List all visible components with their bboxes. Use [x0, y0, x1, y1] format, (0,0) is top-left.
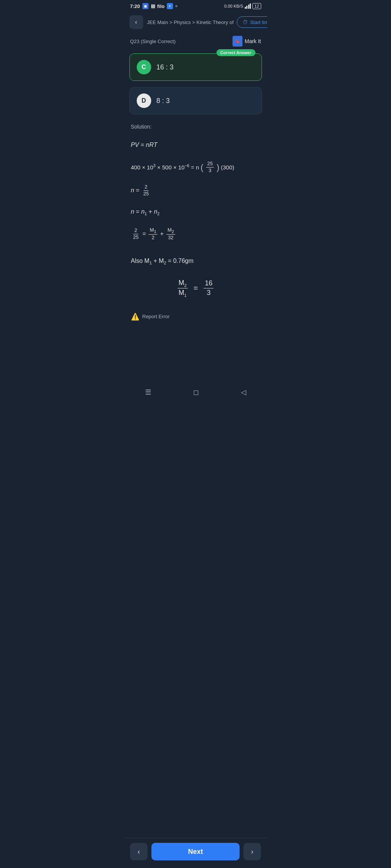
- start-timer-button[interactable]: ⏱ Start timer: [237, 16, 267, 28]
- mark-it-button[interactable]: 🔖 Mark It: [233, 36, 261, 47]
- option-circle-d: D: [137, 93, 151, 108]
- answer-option-d[interactable]: D 8 : 3: [129, 87, 262, 114]
- start-timer-label: Start timer: [250, 19, 267, 25]
- math-line-2: 400 × 103 × 500 × 10−6 = n ( 25 3 ) (300…: [131, 156, 260, 180]
- question-header: Q23 (Single Correct) 🔖 Mark It: [124, 33, 267, 51]
- network-speed: 0.00 KB/S: [224, 4, 243, 8]
- battery-percent: 12: [252, 3, 261, 9]
- nav-left: ‹ JEE Main > Physics > Kinetic Theory of: [129, 15, 234, 29]
- math-line-4: n = n1 + n2: [131, 203, 260, 223]
- system-nav: ☰ ◻ ◁: [124, 384, 267, 403]
- timer-icon: ⏱: [242, 19, 248, 25]
- mark-it-label: Mark It: [245, 38, 261, 44]
- math-line-1: PV = nRT: [131, 136, 260, 156]
- question-label: Q23 (Single Correct): [130, 39, 176, 44]
- back-system-icon[interactable]: ◁: [241, 388, 246, 396]
- math-line-3: n = 2 25: [131, 180, 260, 203]
- screen-record-icon: ▣: [142, 3, 149, 9]
- math-line-7: M2 M1 = 16 3: [131, 279, 260, 298]
- option-d-text: 8 : 3: [157, 97, 170, 105]
- filo-icon: F: [167, 3, 173, 9]
- option-circle-c: C: [137, 60, 151, 74]
- status-time: 7:20: [130, 3, 140, 9]
- correct-answer-badge: Correct Answer: [217, 49, 255, 56]
- top-nav: ‹ JEE Main > Physics > Kinetic Theory of…: [124, 11, 267, 33]
- notification-dot: [175, 5, 178, 7]
- breadcrumb: JEE Main > Physics > Kinetic Theory of: [147, 19, 234, 25]
- warning-icon: ⚠️: [131, 312, 139, 321]
- math-line-5: 2 25 = M1 2 + M2 32: [131, 223, 260, 246]
- solution-title: Solution:: [131, 124, 260, 130]
- back-button[interactable]: ‹: [129, 15, 143, 29]
- report-error-section[interactable]: ⚠️ Report Error: [124, 306, 267, 327]
- app-name: filo: [157, 3, 165, 9]
- report-error-label: Report Error: [142, 314, 170, 319]
- math-line-6: Also M1 + M2 = 0.76gm: [131, 252, 260, 272]
- home-icon[interactable]: ◻: [193, 388, 199, 396]
- menu-icon[interactable]: ☰: [145, 388, 151, 396]
- solution-section: Solution: PV = nRT 400 × 103 × 500 × 10−…: [124, 117, 267, 306]
- signal-bars: [245, 3, 251, 9]
- bookmark-icon: 🔖: [233, 36, 242, 47]
- status-right: 0.00 KB/S 12: [224, 3, 261, 9]
- battery-icon-status: ▤: [151, 3, 155, 9]
- status-bar: 7:20 ▣ ▤ filo F 0.00 KB/S 12: [124, 0, 267, 11]
- answer-option-c[interactable]: Correct Answer C 16 : 3: [129, 53, 262, 81]
- option-c-text: 16 : 3: [157, 63, 174, 71]
